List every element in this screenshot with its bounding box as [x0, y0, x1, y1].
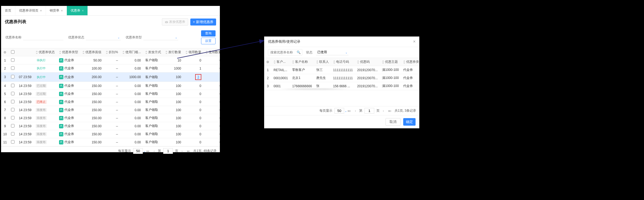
modal-status-select[interactable] [316, 50, 348, 55]
coupon-type-column-header[interactable]: 优惠券类 [401, 58, 419, 66]
row-dist-method: 客户领取 [143, 56, 163, 64]
table-row[interactable]: 1RETAIL...零散客户张三111111111112019120070...… [264, 66, 419, 74]
search-icon[interactable]: 🔍 [297, 50, 301, 54]
row-issue-qty: 100 [163, 98, 183, 106]
modal-title: 优惠券领用/使用记录 [268, 39, 300, 44]
row-discount: -- [104, 90, 120, 98]
pager-summary: 共1页, 49条记录 [193, 149, 217, 153]
settings-button[interactable]: 设置 [201, 38, 216, 44]
row-checkbox[interactable] [11, 84, 14, 87]
row-threshold: 0.00 [120, 98, 143, 106]
tab-销货单[interactable]: 销货单× [46, 6, 67, 15]
use-qty-column-header[interactable]: 使用数量 [203, 48, 220, 56]
tab-首页[interactable]: 首页 [1, 6, 15, 15]
row-face: 100.00 [80, 64, 104, 72]
page-input[interactable] [365, 108, 374, 114]
row-status: 执行中 [34, 72, 57, 82]
table-row[interactable]: 614 23:59已终止代代金券150.00--0.00客户领取10000↗⧉ [1, 98, 220, 106]
table-row[interactable]: 2执行中代代金券100.00--0.00客户领取100010↗⧉ [1, 64, 220, 72]
row-issue-qty: 100 [163, 130, 183, 138]
threshold-column-header[interactable]: 使用门槛... [120, 48, 143, 56]
query-button[interactable]: 查询 [201, 30, 216, 37]
search-status-select[interactable] [86, 35, 121, 40]
distribute-coupon-button[interactable]: 🎟 发放优惠券 [162, 18, 188, 26]
pager-last-button[interactable]: ⏭ [387, 108, 392, 113]
claim-qty-column-header[interactable]: 领用数量 [183, 48, 203, 56]
pager-first-button[interactable]: ⏮ [346, 108, 352, 113]
close-icon[interactable]: × [61, 9, 63, 13]
close-icon[interactable]: × [40, 9, 42, 13]
gear-column-header[interactable]: ⚙ [1, 48, 9, 56]
issue-qty-column-header[interactable]: 发行数量 [163, 48, 183, 56]
pager-last-button[interactable]: ⏭ [186, 149, 191, 154]
row-threshold: 0.00 [120, 122, 143, 130]
table-row[interactable]: 1014 23:59待发布代代金券150.00--0.00客户领取10000↗⧉ [1, 130, 220, 138]
claim-qty-link[interactable]: 3 [195, 74, 201, 80]
table-row[interactable]: 200010001北京1唐先生111111111112019120070...满… [264, 74, 419, 82]
table-row[interactable]: 307 23:59执行中代代金券200.00--1000.00客户领取10031… [1, 72, 220, 82]
type-badge-icon: 代 [59, 66, 63, 71]
table-row[interactable]: 914 23:59待发布代代金券150.00--0.00客户领取10000↗⧉ [1, 122, 220, 130]
table-row[interactable]: 1114 23:59待发布代代金券150.00--0.00客户领取10000↗⧉ [1, 138, 220, 146]
row-checkbox[interactable] [11, 140, 14, 144]
row-checkbox[interactable] [11, 75, 14, 78]
col-label: 发行数量 [168, 50, 181, 54]
cust-name-column-header[interactable]: 客户名称 [290, 58, 314, 66]
row-checkbox[interactable] [11, 66, 14, 70]
pager-prev-button[interactable]: ‹ [354, 108, 357, 113]
search-name-input[interactable] [23, 35, 63, 40]
table-row[interactable]: 714 23:59待发布代代金券150.00--0.00客户领取10000↗⧉ [1, 106, 220, 114]
row-use-qty: 0 [203, 114, 220, 122]
page-input[interactable] [163, 148, 173, 154]
status-column-header[interactable]: 优惠券状态 [34, 48, 57, 56]
pager-first-button[interactable]: ⏮ [145, 149, 150, 154]
type-label: 代金券 [64, 92, 74, 96]
confirm-button[interactable]: 确定 [403, 118, 416, 126]
per-page-select[interactable] [133, 148, 143, 154]
row-status: 待发布 [34, 122, 57, 130]
row-checkbox[interactable] [11, 124, 14, 128]
row-checkbox[interactable] [11, 58, 14, 62]
row-issue-qty: 100 [163, 106, 183, 114]
row-checkbox[interactable] [11, 100, 14, 103]
dist-method-column-header[interactable]: 发放方式 [143, 48, 163, 56]
close-icon[interactable]: × [413, 39, 416, 44]
type-badge-icon: 代 [59, 75, 63, 79]
row-checkbox[interactable] [11, 92, 14, 95]
type-badge-icon: 代 [59, 92, 63, 96]
tab-优惠券详情页[interactable]: 优惠券详情页× [15, 6, 46, 15]
contact-column-header[interactable]: 联系人 [314, 58, 331, 66]
table-row[interactable]: 1待执行代代金券50.00--0.00客户领取1000↗⧉ [1, 56, 220, 64]
select-all-checkbox[interactable] [11, 50, 14, 54]
phone-column-header[interactable]: 电话号码 [331, 58, 355, 66]
table-row[interactable]: 414 23:59已过期代代金券150.00--0.00客户领取10000↗⧉ [1, 82, 220, 90]
type-column-header[interactable]: 优惠券类型 [57, 48, 80, 56]
row-dist-method: 客户领取 [143, 82, 163, 90]
close-icon[interactable]: × [82, 9, 84, 13]
subject-column-header[interactable]: 优惠主题 [380, 58, 401, 66]
cust-code-column-header[interactable]: 客户... [271, 58, 290, 66]
search-type-select[interactable] [143, 35, 178, 40]
per-page-select[interactable] [334, 108, 344, 114]
pager-next-button[interactable]: › [180, 149, 184, 154]
code-column-header[interactable]: 优惠码 [355, 58, 380, 66]
pager-next-button[interactable]: › [382, 108, 385, 113]
row-threshold: 0.00 [120, 138, 143, 146]
table-row[interactable]: 814 23:59待发布代代金券150.00--0.00客户领取10000↗⧉ [1, 114, 220, 122]
row-use-qty: 0 [203, 122, 220, 130]
row-checkbox[interactable] [11, 132, 14, 136]
discount-column-header[interactable]: 折扣% [104, 48, 120, 56]
type-badge-icon: 代 [59, 124, 63, 128]
new-coupon-button[interactable]: + 新增优惠券 [190, 19, 216, 26]
cancel-button[interactable]: 取消 [385, 118, 401, 126]
row-coupon-code: 2019120070... [355, 82, 380, 90]
face-column-header[interactable]: 优惠券面值 [80, 48, 104, 56]
row-checkbox[interactable] [11, 108, 14, 111]
gear-column-header[interactable]: ⚙ [264, 58, 271, 66]
pager-prev-button[interactable]: ‹ [152, 149, 156, 154]
row-checkbox[interactable] [11, 116, 14, 119]
table-row[interactable]: 514 23:59已过期代代金券150.00--0.00客户领取10000↗⧉ [1, 90, 220, 98]
row-cust-name: 北京1 [290, 74, 314, 82]
table-row[interactable]: 3000117666666666张156 6666 ...2019120070.… [264, 82, 419, 90]
tab-优惠券[interactable]: 优惠券× [67, 6, 88, 15]
